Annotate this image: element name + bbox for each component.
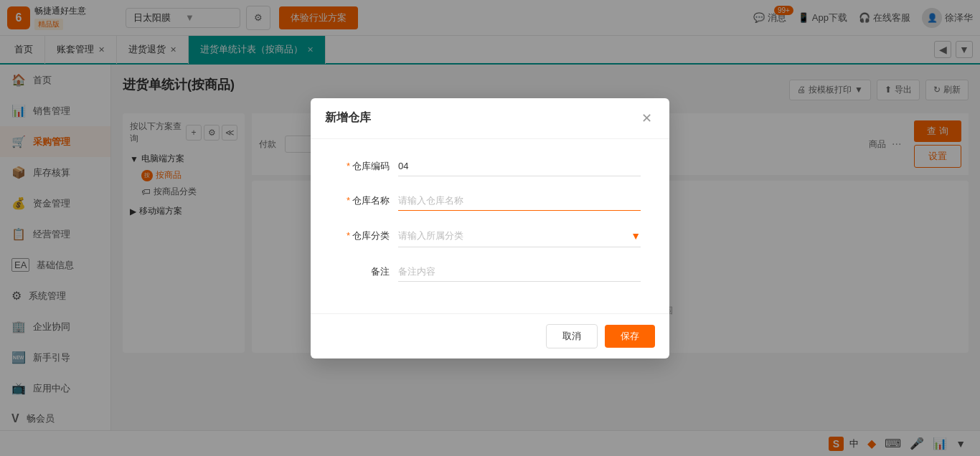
name-label: 仓库名称 (339, 194, 390, 207)
modal-close-button[interactable]: ✕ (638, 110, 655, 127)
modal-footer: 取消 保存 (311, 313, 669, 358)
form-row-name: 仓库名称 (339, 191, 641, 211)
category-select[interactable]: 请输入所属分类 ▼ (398, 225, 641, 247)
new-warehouse-modal: 新增仓库 ✕ 仓库编码 仓库名称 仓库分类 请输入所属分类 ▼ (311, 98, 669, 358)
code-label: 仓库编码 (339, 160, 390, 173)
category-dropdown-icon: ▼ (631, 230, 641, 242)
category-placeholder: 请输入所属分类 (398, 229, 463, 242)
cancel-button[interactable]: 取消 (546, 324, 598, 348)
modal-overlay[interactable]: 新增仓库 ✕ 仓库编码 仓库名称 仓库分类 请输入所属分类 ▼ (0, 0, 980, 456)
form-row-code: 仓库编码 (339, 156, 641, 176)
form-row-category: 仓库分类 请输入所属分类 ▼ (339, 225, 641, 247)
code-input[interactable] (398, 156, 641, 176)
save-button[interactable]: 保存 (605, 325, 655, 348)
note-input[interactable] (398, 262, 641, 282)
category-label: 仓库分类 (339, 229, 390, 242)
modal-body: 仓库编码 仓库名称 仓库分类 请输入所属分类 ▼ 备注 (311, 139, 669, 313)
note-label: 备注 (339, 265, 390, 278)
name-input[interactable] (398, 191, 641, 211)
form-row-note: 备注 (339, 262, 641, 282)
modal-header: 新增仓库 ✕ (311, 98, 669, 139)
modal-title: 新增仓库 (325, 110, 371, 125)
